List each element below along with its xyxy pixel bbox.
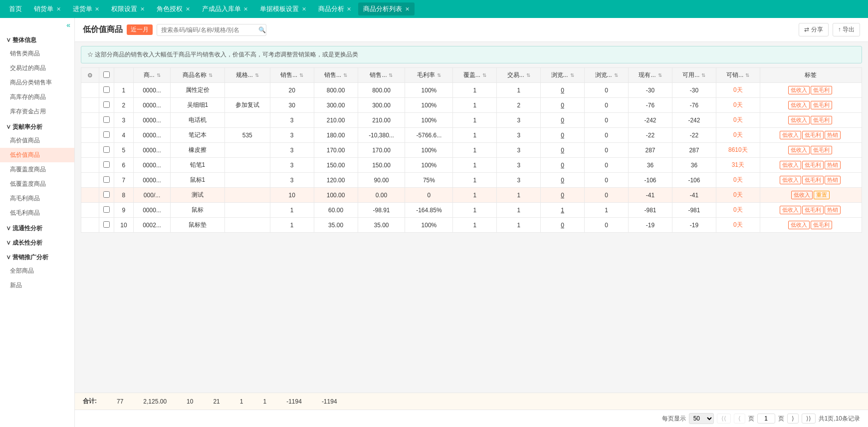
row-checkbox[interactable]	[103, 101, 110, 108]
time-tag-btn[interactable]: 近一月	[127, 24, 153, 35]
cell-checkbox[interactable]	[99, 158, 114, 173]
export-btn[interactable]: ↑ 导出	[833, 23, 860, 36]
row-checkbox[interactable]	[103, 86, 110, 93]
row-checkbox[interactable]	[103, 116, 110, 123]
select-all-checkbox[interactable]	[103, 71, 110, 78]
col-s2[interactable]: 销售...⇅	[314, 68, 358, 83]
nav-roles[interactable]: 角色授权 ✕	[152, 2, 195, 15]
cell-browse1[interactable]: 1	[541, 203, 585, 218]
col-settings[interactable]: ⚙	[81, 68, 99, 83]
first-page-btn[interactable]: ⟨⟨	[717, 414, 731, 424]
sidebar-group-marketing[interactable]: ∨ 营销推广分析	[0, 249, 74, 264]
col-browse2[interactable]: 浏览...⇅	[585, 68, 629, 83]
col-s3[interactable]: 销售...⇅	[358, 68, 405, 83]
row-checkbox[interactable]	[103, 161, 110, 168]
cell-checkbox[interactable]	[99, 173, 114, 188]
cell-browse1[interactable]: 0	[541, 98, 585, 113]
sidebar-item-low-value[interactable]: 低价值商品	[0, 148, 74, 162]
cell-checkbox[interactable]	[99, 128, 114, 143]
sidebar-item-low-margin[interactable]: 低毛利商品	[0, 206, 74, 220]
cell-checkbox[interactable]	[99, 143, 114, 158]
sidebar-group-contribution[interactable]: ∨ 贡献率分析	[0, 119, 74, 133]
search-input[interactable]	[157, 24, 266, 36]
cell-browse1[interactable]: 0	[541, 158, 585, 173]
browse1-link[interactable]: 0	[561, 192, 564, 199]
cell-browse1[interactable]: 0	[541, 143, 585, 158]
sidebar-item-new-products[interactable]: 新品	[0, 278, 74, 293]
per-page-select[interactable]: 50 100 200	[689, 413, 714, 424]
row-checkbox[interactable]	[103, 221, 110, 228]
cell-checkbox[interactable]	[99, 188, 114, 203]
sidebar-item-high-stock[interactable]: 高库存的商品	[0, 90, 74, 104]
browse1-link[interactable]: 0	[561, 222, 564, 229]
cell-checkbox[interactable]	[99, 98, 114, 113]
col-stock[interactable]: 现有...⇅	[629, 68, 672, 83]
sidebar-group-growth[interactable]: ∨ 成长性分析	[0, 235, 74, 249]
share-btn[interactable]: ⇄ 分享	[799, 23, 828, 36]
nav-roles-close[interactable]: ✕	[186, 6, 190, 12]
browse1-link[interactable]: 0	[561, 147, 564, 154]
nav-templates[interactable]: 单据模板设置 ✕	[255, 2, 311, 15]
col-code[interactable]: 商...⇅	[134, 68, 171, 83]
sidebar-group-overall[interactable]: ∨ 整体信息	[0, 32, 74, 46]
col-trade[interactable]: 交易...⇅	[497, 68, 541, 83]
browse1-link[interactable]: 0	[561, 132, 564, 139]
cell-checkbox[interactable]	[99, 83, 114, 98]
nav-sales-close[interactable]: ✕	[56, 6, 61, 12]
browse1-link[interactable]: 0	[561, 117, 564, 124]
cell-browse1[interactable]: 0	[541, 188, 585, 203]
sidebar-item-category-sales[interactable]: 商品分类销售率	[0, 75, 74, 90]
cell-browse1[interactable]: 0	[541, 128, 585, 143]
cell-browse1[interactable]: 0	[541, 218, 585, 233]
cell-checkbox[interactable]	[99, 203, 114, 218]
last-page-btn[interactable]: ⟩⟩	[802, 414, 816, 424]
nav-products-close[interactable]: ✕	[243, 6, 248, 12]
nav-product-list-close[interactable]: ✕	[405, 6, 410, 12]
next-page-btn[interactable]: ⟩	[787, 414, 799, 424]
row-checkbox[interactable]	[103, 146, 110, 153]
nav-home[interactable]: 首页	[4, 2, 27, 15]
sidebar-item-traded[interactable]: 交易过的商品	[0, 61, 74, 75]
nav-purchase[interactable]: 进货单 ✕	[68, 2, 105, 15]
cell-checkbox[interactable]	[99, 113, 114, 128]
nav-purchase-close[interactable]: ✕	[95, 6, 99, 12]
col-spec[interactable]: 规格...⇅	[224, 68, 270, 83]
sidebar-collapse-btn[interactable]: «	[66, 21, 70, 29]
nav-permissions-close[interactable]: ✕	[140, 6, 145, 12]
browse1-link[interactable]: 0	[561, 177, 564, 184]
cell-browse1[interactable]: 0	[541, 173, 585, 188]
browse1-link[interactable]: 1	[561, 207, 564, 214]
col-browse1[interactable]: 浏览...⇅	[541, 68, 585, 83]
cell-browse1[interactable]: 0	[541, 83, 585, 98]
sidebar-item-high-coverage[interactable]: 高覆盖度商品	[0, 162, 74, 177]
sidebar-item-sales-category[interactable]: 销售类商品	[0, 46, 74, 61]
row-checkbox[interactable]	[103, 176, 110, 183]
nav-sales[interactable]: 销货单 ✕	[29, 2, 66, 15]
nav-permissions[interactable]: 权限设置 ✕	[106, 2, 150, 15]
col-avail[interactable]: 可用...⇅	[672, 68, 716, 83]
col-name[interactable]: 商品名称⇅	[171, 68, 225, 83]
row-checkbox[interactable]	[103, 191, 110, 198]
col-gross[interactable]: 毛利率⇅	[405, 68, 453, 83]
nav-templates-close[interactable]: ✕	[302, 6, 306, 12]
browse1-link[interactable]: 0	[561, 102, 564, 109]
sidebar-group-flow[interactable]: ∨ 流通性分析	[0, 220, 74, 235]
sidebar-item-high-value[interactable]: 高价值商品	[0, 133, 74, 148]
prev-page-btn[interactable]: ⟨	[734, 414, 745, 424]
col-sale[interactable]: 可销...⇅	[716, 68, 760, 83]
sidebar-item-low-coverage[interactable]: 低覆盖度商品	[0, 177, 74, 191]
nav-product-analysis[interactable]: 商品分析 ✕	[313, 2, 357, 15]
sidebar-item-stock-capital[interactable]: 库存资金占用	[0, 104, 74, 119]
col-cover[interactable]: 覆盖...⇅	[453, 68, 497, 83]
cell-browse1[interactable]: 0	[541, 113, 585, 128]
row-checkbox[interactable]	[103, 206, 110, 213]
nav-product-list[interactable]: 商品分析列表 ✕	[358, 2, 415, 15]
cell-checkbox[interactable]	[99, 218, 114, 233]
col-s1[interactable]: 销售...⇅	[270, 68, 314, 83]
search-icon[interactable]: 🔍	[258, 26, 266, 33]
browse1-link[interactable]: 0	[561, 162, 564, 169]
nav-product-analysis-close[interactable]: ✕	[347, 6, 351, 12]
nav-products[interactable]: 产成品入库单 ✕	[197, 2, 253, 15]
row-checkbox[interactable]	[103, 131, 110, 138]
sidebar-item-high-margin[interactable]: 高毛利商品	[0, 191, 74, 206]
